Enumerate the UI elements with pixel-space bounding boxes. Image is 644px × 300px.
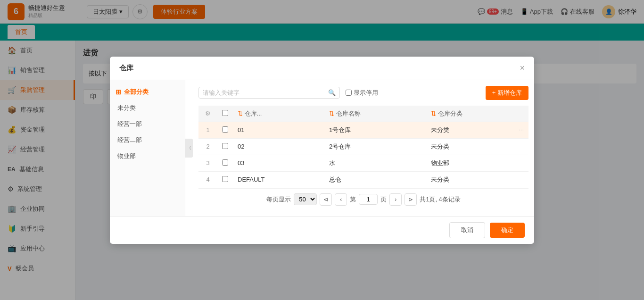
table-header-check (217, 106, 233, 122)
sort-icon2: ⇅ (329, 110, 334, 117)
category-all-header[interactable]: ⊞ 全部分类 (110, 84, 185, 100)
collapse-button[interactable]: 《 (185, 139, 193, 158)
search-input-wrap: 🔍 (198, 87, 340, 99)
category-panel: ⊞ 全部分类 未分类 经营一部 经营二部 物业部 (110, 80, 185, 216)
row-check[interactable] (217, 155, 233, 171)
sort-icon3: ⇅ (431, 110, 436, 117)
table-panel: 🔍 显示停用 + 新增仓库 ⚙ (193, 80, 534, 216)
page-unit: 页 (380, 195, 387, 204)
row-num: 1 (198, 122, 217, 138)
search-input[interactable] (203, 89, 328, 96)
row-category: 物业部 (426, 155, 528, 171)
category-item-property[interactable]: 物业部 (110, 148, 185, 164)
close-button[interactable]: × (520, 63, 525, 73)
row-name: 1号仓库 (324, 122, 427, 138)
prev-page-button[interactable]: ‹ (335, 193, 347, 206)
table-header-code: ⇅ 仓库... (233, 106, 324, 122)
more-button[interactable]: ··· (519, 126, 524, 133)
row-category: 未分类 (426, 138, 528, 155)
row-check[interactable] (217, 122, 233, 138)
dialog-header: 仓库 × (110, 57, 534, 80)
search-icon: 🔍 (328, 89, 336, 96)
row-name: 2号仓库 (324, 138, 427, 155)
warehouse-table: ⚙ ⇅ 仓库... ⇅ 仓库名称 (198, 106, 528, 188)
row-category: 未分类 (426, 171, 528, 188)
row-name: 水 (324, 155, 427, 171)
row-num: 2 (198, 138, 217, 155)
table-row[interactable]: 2 02 2号仓库 未分类 (198, 138, 528, 155)
dialog-body: ⊞ 全部分类 未分类 经营一部 经营二部 物业部 《 (110, 80, 534, 216)
show-disabled-checkbox[interactable] (346, 90, 352, 96)
category-item-dept1[interactable]: 经营一部 (110, 116, 185, 132)
confirm-button[interactable]: 确定 (490, 223, 525, 238)
add-warehouse-button[interactable]: + 新增仓库 (486, 86, 528, 100)
per-page-select[interactable]: 50 (294, 193, 317, 205)
dialog-footer: 取消 确定 (110, 216, 534, 244)
table-header-name: ⇅ 仓库名称 (324, 106, 427, 122)
row-code: 03 (233, 155, 324, 171)
table-row[interactable]: 4 DEFAULT 总仓 未分类 (198, 171, 528, 188)
category-item-unclassified[interactable]: 未分类 (110, 100, 185, 116)
sort-icon: ⇅ (238, 110, 243, 117)
row-code: 01 (233, 122, 324, 138)
row-code: 02 (233, 138, 324, 155)
warehouse-dialog: 仓库 × ⊞ 全部分类 未分类 经营一部 经营二部 (110, 57, 534, 244)
row-check[interactable] (217, 138, 233, 155)
table-row[interactable]: 1 01 1号仓库 未分类 ··· (198, 122, 528, 138)
table-header-gear: ⚙ (198, 106, 217, 122)
next-page-button[interactable]: › (389, 193, 402, 206)
search-bar: 🔍 显示停用 + 新增仓库 (198, 86, 528, 100)
dialog-title: 仓库 (119, 64, 133, 73)
table-row[interactable]: 3 03 水 物业部 (198, 155, 528, 171)
select-all-checkbox[interactable] (222, 110, 228, 116)
page-label: 第 (350, 195, 356, 204)
pagination: 每页显示 50 ⊲ ‹ 第 页 › ⊳ 共1页, 4条记录 (198, 188, 528, 210)
row-name: 总仓 (324, 171, 427, 188)
row-num: 4 (198, 171, 217, 188)
category-item-dept2[interactable]: 经营二部 (110, 132, 185, 148)
cancel-button[interactable]: 取消 (449, 222, 485, 238)
grid-icon: ⊞ (116, 88, 121, 96)
modal-overlay: 仓库 × ⊞ 全部分类 未分类 经营一部 经营二部 (0, 0, 644, 300)
table-header-category: ⇅ 仓库分类 (426, 106, 528, 122)
per-page-label: 每页显示 (266, 195, 291, 204)
row-category: 未分类 ··· (426, 122, 528, 138)
last-page-button[interactable]: ⊳ (405, 193, 417, 206)
row-check[interactable] (217, 171, 233, 188)
chevron-left-icon: 《 (187, 145, 191, 151)
page-input[interactable] (359, 194, 378, 205)
first-page-button[interactable]: ⊲ (320, 193, 332, 206)
row-code: DEFAULT (233, 171, 324, 188)
page-summary: 共1页, 4条记录 (420, 195, 461, 204)
show-disabled-label: 显示停用 (346, 89, 378, 97)
category-all-label: 全部分类 (124, 88, 149, 96)
row-num: 3 (198, 155, 217, 171)
